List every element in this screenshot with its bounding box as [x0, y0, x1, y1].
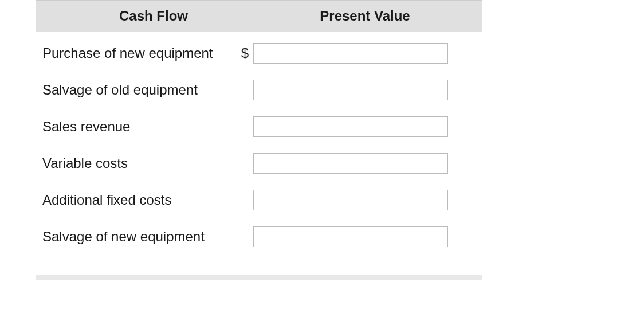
- input-cell: [253, 80, 482, 100]
- present-value-input-salvage-new[interactable]: [253, 226, 448, 247]
- input-cell: [253, 153, 482, 174]
- table-row: Salvage of new equipment: [36, 216, 482, 252]
- table-row: Additional fixed costs: [36, 179, 482, 216]
- table-header-row: Cash Flow Present Value: [36, 0, 482, 32]
- input-cell: [253, 226, 482, 247]
- header-cash-flow: Cash Flow: [36, 8, 248, 24]
- table-row: Purchase of new equipment $: [36, 32, 482, 69]
- present-value-input-additional-fixed-costs[interactable]: [253, 190, 448, 210]
- present-value-input-variable-costs[interactable]: [253, 153, 448, 174]
- row-label: Sales revenue: [36, 119, 230, 135]
- header-present-value: Present Value: [248, 8, 482, 24]
- currency-symbol: $: [230, 45, 253, 61]
- input-cell: [253, 116, 482, 137]
- row-label: Variable costs: [36, 155, 230, 171]
- cash-flow-table: Cash Flow Present Value Purchase of new …: [36, 0, 482, 280]
- table-row: Sales revenue: [36, 105, 482, 142]
- input-cell: [253, 43, 482, 64]
- present-value-input-salvage-old[interactable]: [253, 80, 448, 100]
- row-label: Purchase of new equipment: [36, 45, 230, 61]
- input-cell: [253, 190, 482, 210]
- table-row: Variable costs: [36, 142, 482, 179]
- present-value-input-purchase[interactable]: [253, 43, 448, 64]
- row-label: Salvage of new equipment: [36, 229, 230, 245]
- row-label: Additional fixed costs: [36, 192, 230, 208]
- row-label: Salvage of old equipment: [36, 82, 230, 98]
- table-row: Salvage of old equipment: [36, 69, 482, 105]
- footer-divider: [36, 275, 482, 280]
- present-value-input-sales-revenue[interactable]: [253, 116, 448, 137]
